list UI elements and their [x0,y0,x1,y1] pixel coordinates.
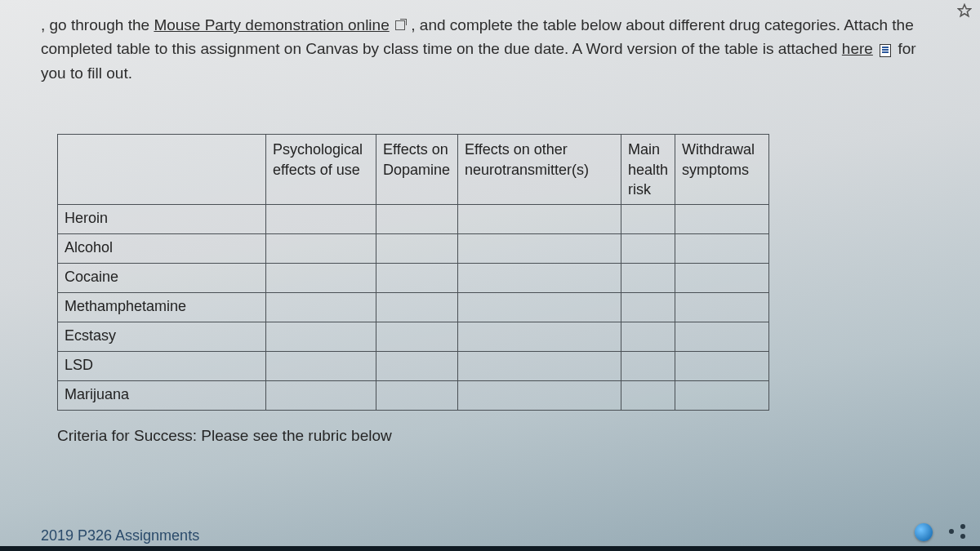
taskbar [0,546,980,551]
cell-drug: LSD [58,352,266,381]
table-row: Cocaine [58,264,769,293]
instruction-text-prefix: , go through the [41,16,154,33]
header-dopamine: Effects on Dopamine [376,135,458,205]
instruction-paragraph: , go through the Mouse Party demonstrati… [41,13,939,85]
cell-dopa [376,205,458,234]
footer-breadcrumb[interactable]: 2019 P326 Assignments [41,527,199,544]
svg-marker-0 [959,5,971,16]
cell-drug: Methamphetamine [58,293,266,322]
cell-drug: Ecstasy [58,322,266,352]
help-icon[interactable] [915,523,933,541]
cell-drug: Heroin [58,205,266,234]
table-row: LSD [58,352,769,381]
header-neurotransmitters: Effects on other neurotransmitter(s) [458,135,621,205]
drug-table-container: Psychological effects of use Effects on … [57,134,947,411]
cell-psych [266,205,376,234]
external-link-icon [395,20,405,30]
cell-drug: Marijuana [58,381,266,411]
here-link[interactable]: here [842,40,873,57]
table-row: Alcohol [58,234,769,264]
assignment-content: , go through the Mouse Party demonstrati… [0,0,980,445]
table-row: Heroin [58,205,769,234]
table-row: Ecstasy [58,322,769,352]
table-row: Marijuana [58,381,769,411]
table-body: Heroin Alcohol Cocaine Methamphetamine [58,205,769,411]
header-drug [58,135,266,205]
cell-neuro [458,205,621,234]
share-icon[interactable] [949,524,965,540]
browser-chrome-icons [957,3,972,18]
header-health-risk: Main health risk [621,135,675,205]
cell-drug: Cocaine [58,264,266,293]
drug-effects-table: Psychological effects of use Effects on … [57,134,769,411]
header-withdrawal: Withdrawal symptoms [675,135,769,205]
bookmark-star-icon[interactable] [957,3,972,18]
word-doc-icon [880,44,891,57]
mouse-party-link[interactable]: Mouse Party demonstration online [154,16,389,33]
cell-with [675,205,769,234]
system-tray [915,523,965,541]
header-psychological: Psychological effects of use [266,135,376,205]
table-row: Methamphetamine [58,293,769,322]
cell-drug: Alcohol [58,234,266,264]
table-header-row: Psychological effects of use Effects on … [58,135,769,205]
criteria-text: Criteria for Success: Please see the rub… [57,427,947,445]
cell-health [621,205,675,234]
